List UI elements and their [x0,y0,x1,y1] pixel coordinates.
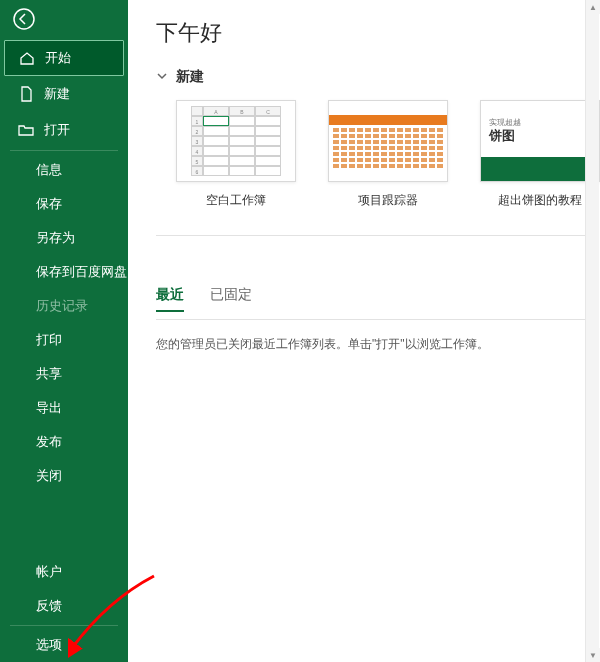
folder-open-icon [18,122,34,138]
sidebar-item-options[interactable]: 选项 [0,628,128,662]
back-button[interactable] [0,0,128,40]
sidebar-item-feedback[interactable]: 反馈 [0,589,128,623]
sidebar-divider [10,625,118,626]
sidebar-item-export[interactable]: 导出 [0,391,128,425]
sidebar-item-save-as[interactable]: 另存为 [0,221,128,255]
template-label: 项目跟踪器 [358,192,418,209]
template-label: 空白工作簿 [206,192,266,209]
section-title: 新建 [176,68,204,86]
tab-recent[interactable]: 最近 [156,286,184,312]
sidebar-item-share[interactable]: 共享 [0,357,128,391]
sidebar-divider [10,150,118,151]
template-thumb: ABC123456 [176,100,296,182]
tab-underline [156,319,596,320]
new-section-header[interactable]: 新建 [156,68,600,86]
template-label: 超出饼图的教程 [498,192,582,209]
template-blank-workbook[interactable]: ABC123456 空白工作簿 [176,100,296,209]
template-thumb [328,100,448,182]
divider [156,235,596,236]
sidebar-item-info[interactable]: 信息 [0,153,128,187]
recent-disabled-notice: 您的管理员已关闭最近工作簿列表。单击"打开"以浏览工作簿。 [156,336,600,353]
sidebar-item-new[interactable]: 新建 [0,76,128,112]
sidebar-item-close[interactable]: 关闭 [0,459,128,493]
main-panel: 下午好 新建 ABC123456 空白工作簿 项目跟踪器 实现超越 [128,0,600,662]
scroll-up-icon[interactable]: ▲ [586,0,600,14]
sidebar-item-publish[interactable]: 发布 [0,425,128,459]
sidebar-item-home[interactable]: 开始 [4,40,124,76]
svg-point-0 [14,9,34,29]
sidebar-item-open[interactable]: 打开 [0,112,128,148]
template-thumb: 实现超越 饼图 [480,100,600,182]
chevron-down-icon [156,69,168,85]
sidebar-item-account[interactable]: 帐户 [0,555,128,589]
sidebar-item-label: 新建 [44,85,70,103]
template-pie-tutorial[interactable]: 实现超越 饼图 超出饼图的教程 [480,100,600,209]
template-gallery: ABC123456 空白工作簿 项目跟踪器 实现超越 饼图 超出饼图的教程 [176,100,600,225]
recent-tabs: 最近 已固定 [156,286,600,312]
home-icon [19,50,35,66]
back-arrow-icon [12,7,36,34]
sidebar-item-save-baidu[interactable]: 保存到百度网盘 [0,255,128,289]
backstage-sidebar: 开始 新建 打开 信息 保存 另存为 保存到百度网盘 历史记录 打印 共享 导出… [0,0,128,662]
file-icon [18,86,34,102]
template-project-tracker[interactable]: 项目跟踪器 [328,100,448,209]
sidebar-item-label: 开始 [45,49,71,67]
sidebar-item-save[interactable]: 保存 [0,187,128,221]
vertical-scrollbar[interactable]: ▲ ▼ [585,0,599,662]
sidebar-item-history: 历史记录 [0,289,128,323]
tab-pinned[interactable]: 已固定 [210,286,252,312]
sidebar-item-label: 打开 [44,121,70,139]
sidebar-item-print[interactable]: 打印 [0,323,128,357]
scroll-down-icon[interactable]: ▼ [586,648,600,662]
greeting-heading: 下午好 [156,18,600,48]
